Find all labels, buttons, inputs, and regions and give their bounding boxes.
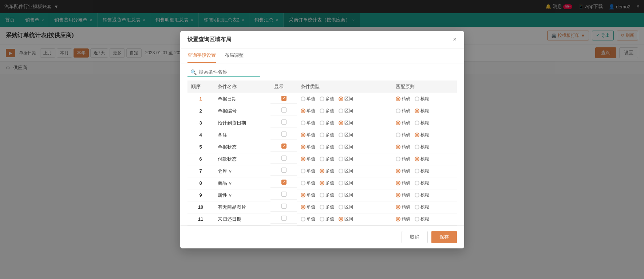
dialog-title: 设置查询区域布局	[187, 36, 231, 43]
dialog-search-area: 🔍	[180, 63, 464, 75]
search-icon: 🔍	[190, 69, 197, 75]
dialog-tabs: 查询字段设置 布局调整	[180, 48, 464, 63]
search-box: 🔍	[187, 68, 260, 75]
search-input[interactable]	[199, 69, 253, 74]
tab-query-fields[interactable]: 查询字段设置	[187, 48, 216, 63]
tab-layout-adjust[interactable]: 布局调整	[225, 48, 244, 63]
dialog: 设置查询区域布局 × 查询字段设置 布局调整 🔍 顺序 条件名称 显示	[180, 31, 464, 75]
dialog-header: 设置查询区域布局 ×	[180, 31, 464, 48]
modal-overlay: 设置查询区域布局 × 查询字段设置 布局调整 🔍 顺序 条件名称 显示	[0, 0, 644, 74]
dialog-close-icon[interactable]: ×	[453, 36, 457, 43]
